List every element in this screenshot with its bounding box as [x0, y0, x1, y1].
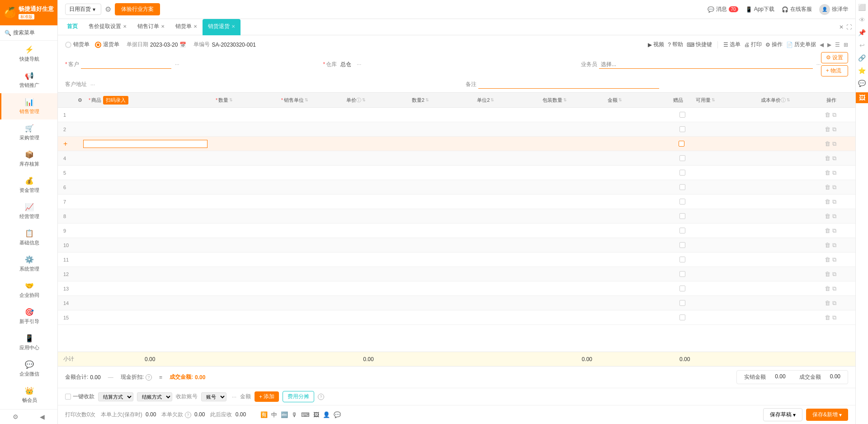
online-support-btn[interactable]: 🎧 在线客服	[782, 5, 812, 13]
row-14-copy-icon[interactable]: ⧉	[832, 300, 836, 307]
view-grid-icon[interactable]: ⊞	[844, 42, 848, 48]
onepay-checkbox[interactable]: 一键收款	[65, 393, 94, 400]
toolbar-operation[interactable]: ⚙ 操作	[765, 41, 783, 48]
save-new-btn[interactable]: 保存&新增 ▾	[806, 409, 848, 421]
toolbar-video[interactable]: ▶ 视频	[648, 41, 664, 48]
account-more-icon[interactable]: ···	[232, 394, 236, 400]
unit-sort-icon[interactable]: ⇅	[305, 98, 308, 102]
sidebar-settings-icon[interactable]: ⚙	[13, 413, 19, 420]
row-7-delete-icon[interactable]: 🗑	[825, 198, 830, 205]
available-sort-icon[interactable]: ⇅	[712, 98, 715, 102]
price-sort-icon[interactable]: ⇅	[362, 98, 366, 102]
row-add-btn[interactable]: +	[61, 140, 71, 148]
row-6-copy-icon[interactable]: ⧉	[832, 184, 836, 191]
sidebar-item-quicknav[interactable]: ⚡ 快捷导航	[0, 41, 57, 67]
toolbar-select[interactable]: ☰ 选单	[723, 41, 741, 48]
toolbar-icon-6[interactable]: 🖼	[313, 411, 319, 418]
sidebar-item-member[interactable]: 👑 畅会员	[0, 382, 57, 408]
salesperson-input[interactable]	[599, 60, 813, 69]
row-15-delete-icon[interactable]: 🗑	[825, 314, 830, 321]
close-all-icon[interactable]: ✕	[839, 24, 844, 30]
toolbar-history[interactable]: 📄 历史单据	[786, 41, 816, 48]
toolbar-icon-4[interactable]: 🎙	[292, 411, 297, 418]
settings-btn[interactable]: ⚙ 设置	[821, 52, 848, 63]
sidebar-item-basic[interactable]: 📋 基础信息	[0, 224, 57, 251]
row-8-copy-icon[interactable]: ⧉	[832, 213, 836, 220]
toolbar-shortcut[interactable]: ⌨ 快捷键	[687, 41, 712, 48]
sidebar-item-newguide[interactable]: 🎯 新手引导	[0, 303, 57, 329]
row-2-delete-icon[interactable]: 🗑	[825, 126, 830, 133]
row-5-copy-icon[interactable]: ⧉	[832, 169, 836, 176]
sidebar-item-finance[interactable]: 💰 资金管理	[0, 172, 57, 198]
sidebar-item-operation[interactable]: 📈 经营管理	[0, 198, 57, 224]
toolbar-icon-8[interactable]: 💬	[334, 411, 341, 418]
sidebar-item-appcenter[interactable]: 📱 应用中心	[0, 329, 57, 356]
row-9-delete-icon[interactable]: 🗑	[825, 227, 830, 234]
qty-sort-icon[interactable]: ⇅	[229, 98, 233, 102]
row-8-delete-icon[interactable]: 🗑	[825, 213, 830, 219]
row-14-delete-icon[interactable]: 🗑	[825, 300, 830, 306]
add-payment-btn[interactable]: + 添加	[255, 391, 279, 402]
sidebar-item-sales[interactable]: 📊 销售管理	[0, 93, 57, 119]
sidebar-item-inventory[interactable]: 📦 库存核算	[0, 146, 57, 172]
fee-split-help-icon[interactable]: ?	[318, 394, 324, 400]
pack-sort-icon[interactable]: ⇅	[563, 98, 567, 102]
tab-sales-return[interactable]: 销货退货 ✕	[203, 19, 241, 35]
row-4-copy-icon[interactable]: ⧉	[832, 155, 836, 162]
toolbar-icon-3[interactable]: 🔤	[281, 411, 288, 418]
row-1-gift[interactable]	[671, 112, 694, 118]
nav-next-icon[interactable]: ▶	[827, 42, 831, 48]
right-panel-icon-7[interactable]: 💬	[858, 80, 866, 87]
scan-input-btn[interactable]: 扫码录入	[103, 96, 128, 105]
topbar-gear-icon[interactable]: ⚙	[105, 5, 111, 14]
right-panel-icon-3[interactable]: 📌	[858, 29, 866, 36]
row-4-delete-icon[interactable]: 🗑	[825, 155, 830, 162]
discount-help-icon[interactable]: ?	[146, 374, 152, 381]
app-download-btn[interactable]: 📱 App下载	[745, 5, 774, 13]
price-info-icon[interactable]: ⓘ	[356, 97, 361, 104]
qty2-sort-icon[interactable]: ⇅	[425, 98, 429, 102]
salesperson-more-icon[interactable]: ···	[816, 61, 821, 67]
row-13-delete-icon[interactable]: 🗑	[825, 285, 830, 292]
row-1-copy-icon[interactable]: ⧉	[832, 111, 836, 119]
row-13-copy-icon[interactable]: ⧉	[832, 285, 836, 292]
toolbar-icon-1[interactable]: 🈶	[260, 411, 268, 418]
sidebar-collapse-icon[interactable]: ◀	[40, 413, 45, 420]
fee-split-btn[interactable]: 费用分摊	[283, 391, 314, 402]
row-6-delete-icon[interactable]: 🗑	[825, 184, 830, 191]
amount-sort-icon[interactable]: ⇅	[618, 98, 622, 102]
row-10-delete-icon[interactable]: 🗑	[825, 242, 830, 248]
right-panel-icon-6[interactable]: ⭐	[858, 67, 866, 74]
row-11-delete-icon[interactable]: 🗑	[825, 256, 830, 263]
notes-input[interactable]	[478, 80, 659, 89]
unit2-sort-icon[interactable]: ⇅	[491, 98, 494, 102]
row-15-copy-icon[interactable]: ⧉	[832, 314, 836, 321]
tab-price-settings[interactable]: 售价提取设置 ✕	[83, 19, 132, 35]
toolbar-icon-5[interactable]: ⌨	[301, 411, 310, 418]
toolbar-icon-2[interactable]: 中	[271, 411, 277, 419]
tab-home[interactable]: 首页	[61, 19, 83, 35]
messages-btn[interactable]: 💬 消息 70	[708, 5, 738, 13]
logistics-btn[interactable]: + 物流	[821, 65, 848, 76]
th-settings[interactable]: ⚙	[76, 97, 87, 103]
row-9-copy-icon[interactable]: ⧉	[832, 227, 836, 234]
row-3-delete-icon[interactable]: 🗑	[825, 140, 830, 147]
right-panel-icon-8[interactable]: 🖼	[856, 92, 868, 103]
row-10-copy-icon[interactable]: ⧉	[832, 242, 836, 249]
tab-close-sales-delivery[interactable]: ✕	[193, 24, 197, 29]
tab-close-sales-order[interactable]: ✕	[161, 24, 165, 29]
row-1-delete-icon[interactable]: 🗑	[825, 111, 830, 118]
toolbar-help[interactable]: ? 帮助	[668, 41, 683, 48]
sidebar-item-purchase[interactable]: 🛒 采购管理	[0, 119, 57, 146]
sidebar-item-wechat[interactable]: 💬 企业微信	[0, 356, 57, 382]
row-3-gift[interactable]	[670, 141, 693, 147]
radio-sales-return[interactable]: 退货单	[95, 41, 119, 48]
warehouse-more-icon[interactable]: ···	[357, 61, 361, 67]
nav-prev-icon[interactable]: ◀	[820, 42, 824, 48]
calendar-icon[interactable]: 📅	[179, 42, 186, 48]
right-panel-icon-2[interactable]: 👁	[859, 16, 865, 24]
toolbar-icon-7[interactable]: 👤	[323, 411, 330, 418]
cost-info-icon[interactable]: ⓘ	[781, 97, 786, 104]
row-3-product[interactable]	[81, 140, 209, 148]
debt-help-icon[interactable]: ?	[185, 412, 191, 418]
